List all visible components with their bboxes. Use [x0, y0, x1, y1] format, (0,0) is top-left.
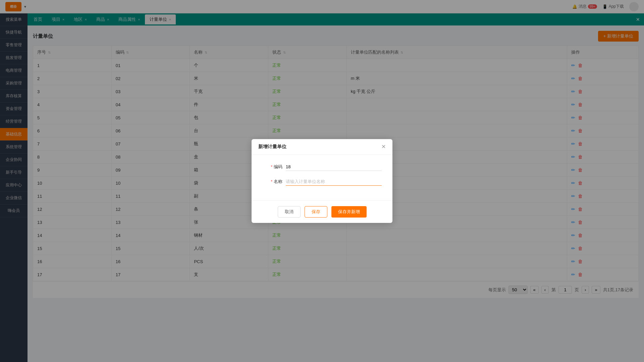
name-label: 名称 — [262, 179, 282, 185]
form-row-code: 编码 — [262, 163, 382, 171]
modal-close-btn[interactable]: ✕ — [381, 144, 386, 149]
modal-header: 新增计量单位 ✕ — [252, 139, 392, 155]
name-input[interactable] — [286, 178, 382, 186]
modal-overlay: 新增计量单位 ✕ 编码 名称 取消 保存 保存并新增 — [0, 0, 644, 362]
save-new-button[interactable]: 保存并新增 — [331, 206, 367, 218]
code-label: 编码 — [262, 164, 282, 170]
code-input[interactable] — [286, 163, 382, 171]
modal-title: 新增计量单位 — [258, 144, 286, 150]
modal-footer: 取消 保存 保存并新增 — [252, 200, 392, 223]
save-button[interactable]: 保存 — [305, 206, 327, 218]
form-row-name: 名称 — [262, 178, 382, 186]
cancel-button[interactable]: 取消 — [278, 206, 301, 218]
modal-add-unit: 新增计量单位 ✕ 编码 名称 取消 保存 保存并新增 — [252, 139, 392, 223]
modal-body: 编码 名称 — [252, 155, 392, 200]
